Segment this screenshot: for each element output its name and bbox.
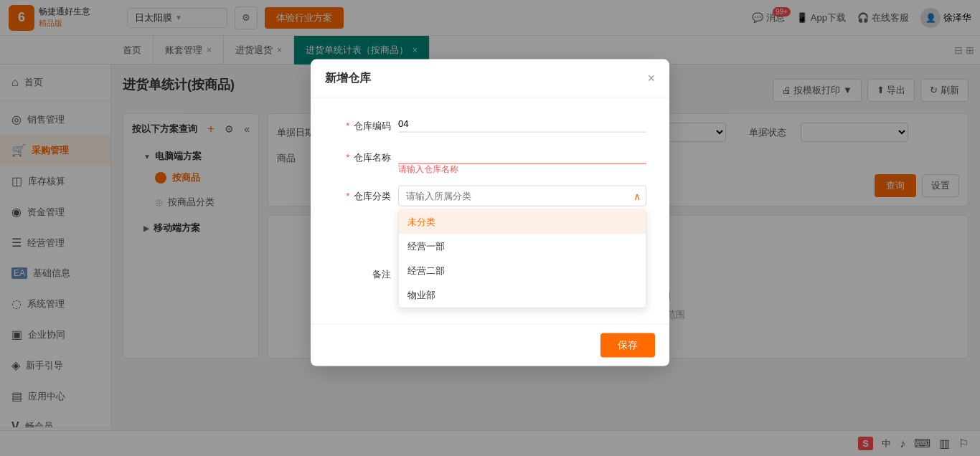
- form-row-code: * 仓库编码: [334, 115, 646, 133]
- form-row-name: * 仓库名称 请输入仓库名称: [334, 147, 646, 164]
- modal-close-button[interactable]: ×: [647, 71, 655, 86]
- code-label: * 仓库编码: [334, 115, 391, 133]
- dropdown-option-uncategorized[interactable]: 未分类: [399, 210, 646, 234]
- dropdown-option-property[interactable]: 物业部: [399, 283, 646, 308]
- category-label: * 仓库分类: [334, 186, 391, 203]
- dropdown-option-dept1[interactable]: 经营一部: [399, 234, 646, 259]
- save-button[interactable]: 保存: [600, 333, 655, 358]
- required-star-name: *: [346, 152, 349, 163]
- modal-body: * 仓库编码 * 仓库名称 请输入仓库名称 * 仓库分类 ∧: [311, 98, 669, 324]
- required-star-code: *: [346, 120, 349, 131]
- add-warehouse-modal: 新增仓库 × * 仓库编码 * 仓库名称 请输入仓库名称 *: [311, 60, 669, 366]
- code-input[interactable]: [398, 115, 646, 133]
- modal-header: 新增仓库 ×: [311, 60, 669, 98]
- category-dropdown: 未分类 经营一部 经营二部 物业部: [398, 209, 646, 308]
- name-error-msg: 请输入仓库名称: [398, 163, 458, 176]
- note-label: 备注: [334, 264, 391, 281]
- dropdown-option-dept2[interactable]: 经营二部: [399, 259, 646, 283]
- name-input[interactable]: [398, 147, 646, 164]
- category-select-wrap: ∧ 未分类 经营一部 经营二部 物业部: [398, 186, 646, 206]
- name-label: * 仓库名称: [334, 147, 391, 164]
- category-input[interactable]: [398, 186, 646, 206]
- modal-footer: 保存: [311, 324, 669, 366]
- form-row-category: * 仓库分类 ∧ 未分类 经营一部 经营二部 物业部: [334, 186, 646, 206]
- modal-title: 新增仓库: [325, 71, 371, 86]
- required-star-category: *: [346, 191, 349, 201]
